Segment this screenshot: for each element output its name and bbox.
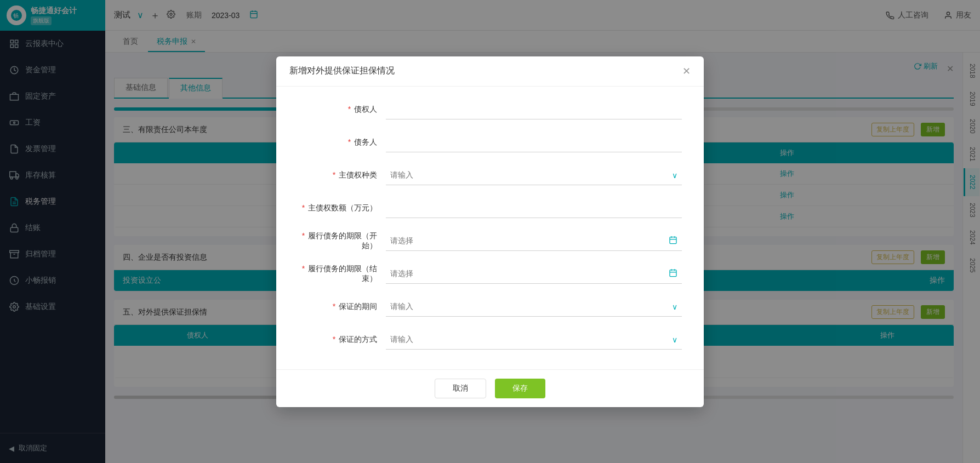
select-guarantee-period-wrap: ∨ <box>386 297 682 317</box>
required-star-claim-amount: * <box>302 203 305 212</box>
required-star-claim-type: * <box>333 170 335 179</box>
svg-rect-30 <box>670 270 676 277</box>
form-row-creditor: * 债权人 <box>298 100 682 119</box>
form-row-guarantee-period: * 保证的期间 ∨ <box>298 297 682 317</box>
svg-rect-26 <box>670 237 676 244</box>
form-row-claim-amount: * 主债权数额（万元） <box>298 198 682 218</box>
label-start-date: * 履行债务的期限（开始） <box>298 231 386 251</box>
select-claim-type-wrap: ∨ <box>386 165 682 185</box>
required-star-debtor: * <box>348 138 351 146</box>
input-debtor[interactable] <box>386 133 682 152</box>
save-button[interactable]: 保存 <box>495 379 545 398</box>
form-row-guarantee-method: * 保证的方式 ∨ <box>298 330 682 350</box>
label-creditor: * 债权人 <box>298 105 386 115</box>
calendar-end-icon[interactable] <box>669 268 677 279</box>
modal-dialog: 新增对外提供保证担保情况 ✕ * 债权人 * 债务人 <box>276 56 704 407</box>
form-row-debtor: * 债务人 <box>298 133 682 152</box>
input-end-date[interactable] <box>386 264 682 284</box>
modal-header: 新增对外提供保证担保情况 ✕ <box>276 56 704 87</box>
label-guarantee-method: * 保证的方式 <box>298 335 386 345</box>
label-end-date: * 履行债务的期限（结束） <box>298 264 386 284</box>
label-guarantee-period: * 保证的期间 <box>298 302 386 312</box>
required-star-guarantee-method: * <box>333 335 335 344</box>
modal-footer: 取消 保存 <box>276 369 704 407</box>
select-claim-type[interactable] <box>386 165 682 185</box>
date-end-wrap <box>386 264 682 284</box>
input-start-date[interactable] <box>386 231 682 251</box>
select-guarantee-method-wrap: ∨ <box>386 330 682 350</box>
required-star-end-date: * <box>302 264 305 273</box>
select-guarantee-period[interactable] <box>386 297 682 317</box>
modal-body: * 债权人 * 债务人 * 主债权种类 <box>276 87 704 369</box>
input-claim-amount[interactable] <box>386 198 682 218</box>
modal-close-button[interactable]: ✕ <box>682 65 691 77</box>
required-star-guarantee-period: * <box>333 302 335 311</box>
date-start-wrap <box>386 231 682 251</box>
label-claim-amount: * 主债权数额（万元） <box>298 203 386 213</box>
form-row-start-date: * 履行债务的期限（开始） <box>298 231 682 251</box>
cancel-button[interactable]: 取消 <box>435 379 486 398</box>
required-star-creditor: * <box>348 105 351 113</box>
label-claim-type: * 主债权种类 <box>298 170 386 180</box>
required-star-start-date: * <box>302 231 305 240</box>
label-debtor: * 债务人 <box>298 138 386 147</box>
form-row-end-date: * 履行债务的期限（结束） <box>298 264 682 284</box>
calendar-start-icon[interactable] <box>669 236 677 246</box>
input-creditor[interactable] <box>386 100 682 119</box>
modal-overlay[interactable]: 新增对外提供保证担保情况 ✕ * 债权人 * 债务人 <box>0 0 980 463</box>
modal-title: 新增对外提供保证担保情况 <box>289 65 395 77</box>
select-guarantee-method[interactable] <box>386 330 682 350</box>
form-row-claim-type: * 主债权种类 ∨ <box>298 165 682 185</box>
